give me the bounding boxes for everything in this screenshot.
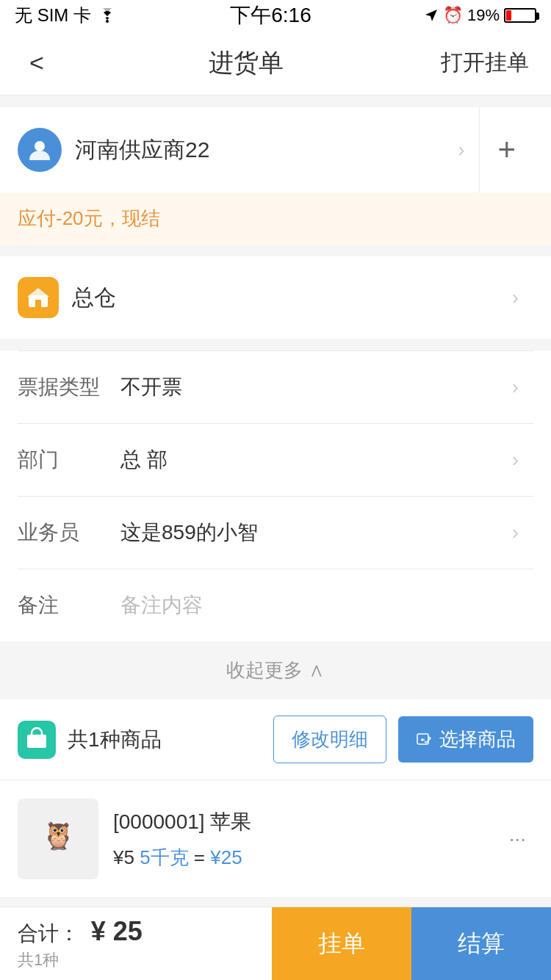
battery-icon	[504, 8, 536, 23]
back-button[interactable]: <	[22, 41, 51, 84]
product-header: 共1种商品 修改明细 选择商品	[0, 699, 551, 779]
footer-total-section: 合计： ¥ 25 共1种	[0, 916, 272, 971]
warning-bar: 应付-20元，现结	[0, 192, 551, 245]
status-bar: 无 SIM 卡 下午6:16 ⏰ 19%	[0, 0, 551, 31]
product-name: [0000001] 苹果	[113, 808, 487, 836]
total-label: 合计：	[18, 922, 79, 945]
nav-bar: < 进货单 打开挂单	[0, 31, 551, 96]
salesperson-value: 这是859的小智	[120, 519, 497, 547]
product-total: ¥25	[210, 846, 242, 868]
svg-point-1	[35, 141, 45, 151]
status-right: ⏰ 19%	[424, 6, 536, 25]
supplier-row[interactable]: 河南供应商22 ›	[18, 107, 480, 192]
select-product-button[interactable]: 选择商品	[398, 716, 533, 763]
form-section: 票据类型 不开票 › 部门 总 部 › 业务员 这是859的小智 › 备注 备注…	[0, 350, 551, 641]
svg-rect-3	[35, 300, 41, 307]
select-product-label: 选择商品	[439, 727, 516, 752]
chevron-right-icon: ›	[458, 138, 464, 162]
open-pending-button[interactable]: 打开挂单	[441, 48, 529, 78]
supplier-avatar	[18, 128, 62, 172]
department-row[interactable]: 部门 总 部 ›	[0, 424, 551, 496]
warehouse-row[interactable]: 总仓 ›	[0, 256, 551, 339]
wifi-icon	[97, 8, 118, 23]
product-section-icon	[18, 721, 56, 759]
department-value: 总 部	[120, 446, 497, 474]
warehouse-name: 总仓	[72, 283, 497, 313]
checkout-button[interactable]: 结算	[411, 907, 551, 981]
invoice-chevron-icon: ›	[512, 375, 519, 399]
product-title-text: 苹果	[210, 810, 251, 833]
invoice-type-row[interactable]: 票据类型 不开票 ›	[0, 351, 551, 423]
warehouse-icon	[18, 277, 59, 318]
warning-text: 应付-20元，现结	[18, 207, 160, 229]
add-supplier-button[interactable]: +	[480, 132, 533, 167]
total-amount: ¥ 25	[91, 916, 143, 946]
product-code: [0000001]	[113, 810, 205, 833]
product-thumbnail: 🦉	[18, 799, 98, 879]
invoice-type-label: 票据类型	[18, 373, 120, 401]
product-info: [0000001] 苹果 ¥5 5千克 = ¥25	[113, 808, 487, 871]
salesperson-label: 业务员	[18, 519, 120, 547]
salesperson-chevron-icon: ›	[512, 521, 519, 544]
product-equals: =	[194, 846, 210, 868]
select-product-icon	[416, 731, 433, 749]
product-calc: ¥5 5千克 = ¥25	[113, 845, 487, 871]
supplier-name: 河南供应商22	[75, 135, 443, 165]
collapse-button[interactable]: 收起更多 ∧	[0, 641, 551, 699]
total-count: 共1种	[18, 949, 254, 971]
collapse-label: 收起更多 ∧	[226, 659, 324, 681]
status-left: 无 SIM 卡	[15, 4, 118, 27]
remark-placeholder: 备注内容	[120, 591, 533, 619]
suspend-button[interactable]: 挂单	[272, 907, 411, 981]
product-qty: 5千克	[140, 846, 188, 868]
product-more-button[interactable]: ···	[502, 820, 533, 858]
page-title: 进货单	[209, 46, 284, 80]
carrier-label: 无 SIM 卡	[15, 4, 91, 27]
section-divider-2	[0, 245, 551, 256]
status-time: 下午6:16	[230, 1, 311, 29]
product-count-label: 共1种商品	[68, 726, 262, 754]
battery-percent: 19%	[467, 6, 500, 25]
supplier-section: 河南供应商22 › +	[0, 107, 551, 192]
department-chevron-icon: ›	[512, 448, 519, 472]
alarm-icon: ⏰	[443, 6, 463, 25]
footer: 合计： ¥ 25 共1种 挂单 结算	[0, 907, 551, 980]
svg-text:🦉: 🦉	[42, 820, 75, 851]
location-icon	[424, 8, 439, 23]
section-divider-1	[0, 96, 551, 107]
product-price: ¥5	[113, 846, 134, 868]
warehouse-chevron-icon: ›	[512, 286, 519, 309]
invoice-type-value: 不开票	[120, 373, 497, 401]
svg-point-0	[106, 20, 109, 23]
svg-rect-4	[27, 735, 46, 748]
remark-label: 备注	[18, 591, 120, 619]
edit-detail-button[interactable]: 修改明细	[273, 716, 386, 763]
salesperson-row[interactable]: 业务员 这是859的小智 ›	[0, 497, 551, 569]
department-label: 部门	[18, 446, 120, 474]
product-item: 🦉 [0000001] 苹果 ¥5 5千克 = ¥25 ···	[0, 781, 551, 897]
remark-row[interactable]: 备注 备注内容	[0, 569, 551, 641]
